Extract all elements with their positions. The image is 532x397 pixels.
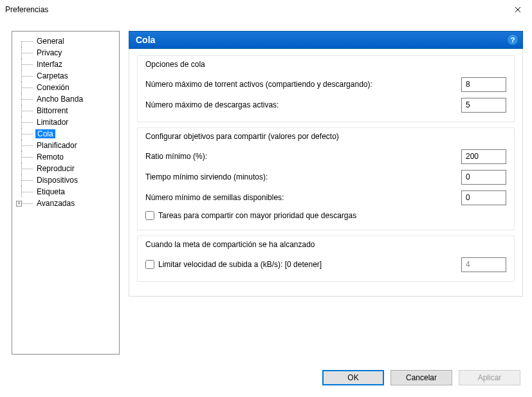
window-title: Preferencias: [5, 5, 48, 14]
tree-connector: [15, 35, 30, 47]
sidebar-item-label: Privacy: [35, 48, 63, 57]
sidebar-item-label: Remoto: [35, 152, 65, 162]
group-title-share: Configurar objetivos para compartir (val…: [145, 132, 506, 141]
sidebar-item-limitador[interactable]: Limitador: [12, 116, 119, 128]
sidebar-item-label: Cola: [35, 129, 55, 138]
help-icon[interactable]: ?: [507, 34, 518, 46]
close-icon: [515, 6, 521, 13]
min-seeds-label: Número mínimo de semillas disponibles:: [145, 193, 461, 202]
apply-button[interactable]: Aplicar: [459, 370, 520, 385]
tree-connector: [15, 82, 30, 93]
sidebar-item-label: Reproducir: [35, 164, 76, 173]
sidebar-item-label: Ancho Banda: [35, 95, 84, 104]
sidebar-item-ancho-banda[interactable]: Ancho Banda: [12, 93, 119, 105]
close-button[interactable]: [503, 0, 532, 19]
ok-button[interactable]: OK: [322, 370, 384, 385]
tree-connector: [15, 163, 30, 174]
tree-connector: [15, 174, 30, 186]
titlebar: Preferencias: [0, 0, 532, 19]
panel-title: Cola: [136, 35, 155, 45]
sidebar-item-label: Interfaz: [35, 60, 64, 69]
limit-upload-input[interactable]: [461, 257, 506, 272]
tree-connector: [15, 140, 30, 151]
sidebar-item-label: Limitador: [35, 118, 69, 127]
sidebar-item-label: Dispositivos: [35, 176, 79, 185]
preferences-window: Preferencias GeneralPrivacyInterfazCarpe…: [0, 0, 532, 397]
tree-connector: [15, 198, 30, 209]
main-panel: Cola ? Opciones de cola Número máximo de…: [129, 31, 523, 355]
max-downloads-label: Número máximo de descargas activas:: [145, 100, 461, 109]
max-downloads-input[interactable]: [461, 98, 506, 113]
min-seed-time-input[interactable]: [461, 170, 506, 185]
sidebar-item-remoto[interactable]: Remoto: [12, 151, 119, 163]
sidebar-item-bittorrent[interactable]: Bittorrent: [12, 105, 119, 116]
sidebar-item-conexión[interactable]: Conexión: [12, 82, 119, 93]
sidebar-item-planificador[interactable]: Planificador: [12, 140, 119, 151]
limit-upload-label: Limitar velocidad de subida a (kB/s): [0…: [158, 260, 322, 269]
cancel-button[interactable]: Cancelar: [390, 370, 452, 385]
tree-connector: [15, 128, 30, 140]
group-goal-reached: Cuando la meta de compartición se ha alc…: [137, 235, 515, 282]
priority-seed-label: Tareas para compartir con mayor priorida…: [158, 211, 356, 220]
sidebar-item-label: General: [35, 37, 66, 46]
group-queue-options: Opciones de cola Número máximo de torren…: [137, 55, 515, 122]
group-title-queue: Opciones de cola: [145, 60, 506, 69]
sidebar-item-privacy[interactable]: Privacy: [12, 47, 119, 59]
min-ratio-input[interactable]: [461, 149, 506, 164]
sidebar-item-carpetas[interactable]: Carpetas: [12, 70, 119, 82]
group-share-targets: Configurar objetivos para compartir (val…: [137, 127, 515, 230]
dialog-footer: OK Cancelar Aplicar: [0, 365, 532, 397]
sidebar-item-interfaz[interactable]: Interfaz: [12, 59, 119, 70]
sidebar-item-avanzadas[interactable]: +Avanzadas: [12, 198, 119, 209]
sidebar-item-label: Etiqueta: [35, 187, 66, 196]
sidebar-item-label: Planificador: [35, 141, 78, 150]
tree-connector: [15, 70, 30, 82]
min-seed-time-label: Tiempo mínimo sirviendo (minutos):: [145, 172, 461, 181]
max-active-input[interactable]: [461, 77, 506, 92]
sidebar-item-reproducir[interactable]: Reproducir: [12, 163, 119, 174]
tree-connector: [15, 59, 30, 70]
sidebar-item-label: Conexión: [35, 83, 71, 92]
max-active-label: Número máximo de torrent activos (compar…: [145, 80, 461, 89]
sidebar-item-label: Bittorrent: [35, 106, 69, 115]
limit-upload-checkbox[interactable]: [145, 260, 154, 269]
tree-connector: [15, 116, 30, 128]
tree-connector: [15, 151, 30, 163]
min-seeds-input[interactable]: [461, 190, 506, 205]
sidebar: GeneralPrivacyInterfazCarpetasConexiónAn…: [12, 31, 120, 355]
min-ratio-label: Ratio mínimo (%):: [145, 152, 461, 161]
priority-seed-checkbox[interactable]: [145, 211, 154, 220]
sidebar-item-label: Avanzadas: [35, 199, 76, 208]
sidebar-item-dispositivos[interactable]: Dispositivos: [12, 174, 119, 186]
sidebar-item-cola[interactable]: Cola: [12, 128, 119, 140]
tree-connector: [15, 105, 30, 116]
panel-header: Cola ?: [129, 31, 523, 49]
group-title-goal: Cuando la meta de compartición se ha alc…: [145, 240, 506, 249]
tree-connector: [15, 47, 30, 59]
tree-connector: [15, 93, 30, 105]
sidebar-item-general[interactable]: General: [12, 35, 119, 47]
sidebar-item-label: Carpetas: [35, 71, 69, 80]
tree-connector: [15, 186, 30, 198]
sidebar-item-etiqueta[interactable]: Etiqueta: [12, 186, 119, 198]
